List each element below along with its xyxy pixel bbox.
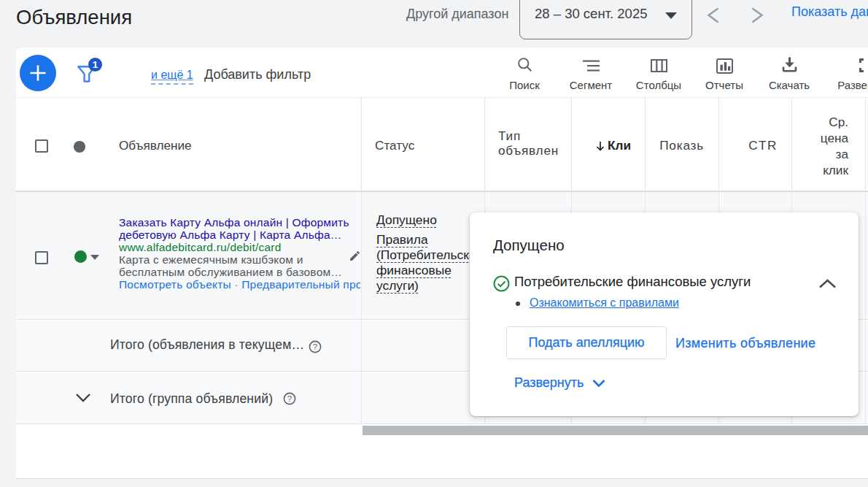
- svg-text:?: ?: [287, 394, 292, 403]
- svg-text:?: ?: [313, 342, 317, 351]
